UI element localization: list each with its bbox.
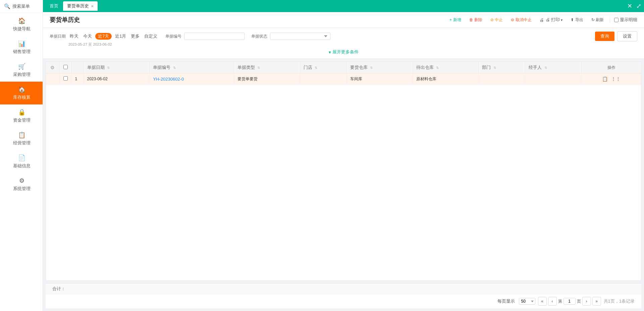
add-button[interactable]: + 新增: [447, 16, 463, 24]
doc-status-select[interactable]: [270, 33, 330, 40]
prev-page-button[interactable]: ‹: [548, 297, 557, 306]
page-title: 要货单历史: [50, 16, 80, 24]
display-detail-label: 显示明细: [620, 17, 637, 23]
expand-icon: ▾: [329, 50, 331, 55]
sidebar-item-inventory[interactable]: 🏠 库存核算: [0, 82, 43, 104]
th-req-warehouse[interactable]: 要货仓库 ⇅: [346, 62, 413, 74]
sidebar-item-purchase[interactable]: 🛒 采购管理: [0, 59, 43, 82]
next-page-button[interactable]: ›: [582, 297, 591, 306]
content-area: 要货单历史 + 新增 🗑 删除 ⊘ 中止 ⊘ 取消中止 🖨 🖨 打印 ▾ ⬆ 导…: [43, 12, 644, 311]
date-range-text: 2023-05-27 至 2023-06-02: [68, 42, 637, 47]
th-checkbox[interactable]: [59, 62, 71, 74]
th-doc-date[interactable]: 单据日期 ⇅: [84, 62, 150, 74]
main-area: 首页 要货单历史 ✕ ✕ ⤢ 要货单历史 + 新增 🗑 删除 ⊘ 中止 ⊘ 取消…: [43, 0, 644, 311]
table-header-row: ⚙ 单据日期 ⇅ 单据编号 ⇅: [46, 62, 641, 74]
doc-number-link[interactable]: YH-20230602-0: [153, 77, 184, 82]
sort-icon-pending-wh: ⇅: [436, 66, 439, 70]
sidebar-item-basic-info[interactable]: 📄 基础信息: [0, 150, 43, 173]
refresh-button[interactable]: ↻ 刷新: [589, 16, 606, 24]
page-size-label: 每页显示: [497, 298, 515, 304]
doc-status-label: 单据状态: [251, 34, 267, 39]
td-doc-number[interactable]: YH-20230602-0: [150, 74, 234, 85]
settings-button[interactable]: 设置: [617, 31, 637, 41]
filter-bar: 单据日期 昨天 今天 近7天 近1月 更多 自定义 单据编号: [43, 28, 644, 59]
expand-more-button[interactable]: ▾ 展开更多条件: [50, 49, 637, 55]
sidebar-item-finance[interactable]: 🔒 资金管理: [0, 104, 43, 127]
sidebar-item-quick-nav[interactable]: 🏠 快捷导航: [0, 13, 43, 36]
date-shortcut-1month[interactable]: 近1月: [114, 33, 127, 40]
system-icon: ⚙: [19, 177, 24, 184]
date-filter-field: 单据日期 昨天 今天 近7天 近1月 更多 自定义: [50, 33, 159, 40]
tab-bar-actions: ✕ ⤢: [627, 2, 641, 10]
th-doc-type[interactable]: 单据类型 ⇅: [234, 62, 300, 74]
settings-gear-icon[interactable]: ⚙: [50, 65, 55, 70]
td-doc-date: 2023-06-02: [84, 74, 150, 85]
row-more-icon[interactable]: ⋮⋮: [610, 76, 621, 82]
tab-close-icon[interactable]: ✕: [91, 4, 94, 8]
th-store[interactable]: 门店 ⇅: [300, 62, 346, 74]
sidebar-item-system[interactable]: ⚙ 系统管理: [0, 173, 43, 196]
row-checkbox[interactable]: [63, 76, 68, 81]
first-page-button[interactable]: «: [538, 297, 547, 306]
page-header: 要货单历史 + 新增 🗑 删除 ⊘ 中止 ⊘ 取消中止 🖨 🖨 打印 ▾ ⬆ 导…: [43, 12, 644, 28]
row-actions: 📋 ⋮⋮: [585, 76, 638, 82]
td-index: 1: [71, 74, 84, 85]
search-icon: 🔍: [4, 3, 10, 9]
date-shortcut-custom[interactable]: 自定义: [143, 33, 159, 40]
pagination-bar: 每页显示 50 20 100 200 « ‹ 第 页 › » 共1页，1条记录: [46, 294, 641, 308]
total-records: 共1页，1条记录: [604, 298, 635, 304]
select-all-checkbox[interactable]: [63, 65, 68, 69]
table-footer: 合计：: [46, 283, 641, 294]
delete-button[interactable]: 🗑 删除: [467, 16, 484, 24]
tab-requisition-history[interactable]: 要货单历史 ✕: [63, 1, 98, 11]
th-doc-number[interactable]: 单据编号 ⇅: [150, 62, 234, 74]
page-number-input[interactable]: [564, 298, 576, 305]
date-shortcut-today[interactable]: 今天: [82, 33, 93, 40]
display-detail-checkbox[interactable]: [614, 18, 619, 22]
td-operation: 📋 ⋮⋮: [582, 74, 641, 85]
last-page-button[interactable]: »: [592, 297, 601, 306]
cancel-stop-button[interactable]: ⊘ 取消中止: [509, 16, 533, 24]
sidebar-item-sales[interactable]: 📊 销售管理: [0, 36, 43, 59]
window-close-icon[interactable]: ✕: [627, 2, 632, 10]
sidebar-item-label: 销售管理: [13, 49, 31, 55]
query-button[interactable]: 查询: [595, 32, 614, 41]
inventory-icon: 🏠: [18, 86, 25, 93]
tab-home-label: 首页: [50, 3, 58, 9]
expand-more-label: 展开更多条件: [332, 49, 359, 55]
sidebar-search[interactable]: 🔍 搜索菜单: [0, 0, 43, 13]
page-size-select[interactable]: 50 20 100 200: [519, 298, 535, 305]
th-pending-warehouse[interactable]: 待出仓库 ⇅: [413, 62, 479, 74]
export-button[interactable]: ⬆ 导出: [569, 16, 585, 24]
th-handler[interactable]: 经手人 ⇅: [525, 62, 582, 74]
stop-button[interactable]: ⊘ 中止: [488, 16, 505, 24]
sidebar-item-operation[interactable]: 📋 经营管理: [0, 127, 43, 150]
date-shortcut-yesterday[interactable]: 昨天: [68, 33, 80, 40]
th-settings[interactable]: ⚙: [46, 62, 59, 74]
sort-icon-date: ⇅: [107, 66, 110, 70]
td-department: [479, 74, 525, 85]
tab-home[interactable]: 首页: [46, 1, 62, 11]
data-table: ⚙ 单据日期 ⇅ 单据编号 ⇅: [46, 62, 641, 85]
th-department[interactable]: 部门 ⇅: [479, 62, 525, 74]
sidebar-item-label: 采购管理: [13, 72, 31, 78]
toolbar-divider: [610, 17, 610, 23]
print-dropdown-icon: ▾: [561, 18, 562, 22]
sort-icon-dept: ⇅: [493, 66, 496, 70]
td-checkbox[interactable]: [59, 74, 71, 85]
doc-number-input[interactable]: [184, 33, 245, 40]
th-operation: 操作: [582, 62, 641, 74]
print-icon: 🖨: [540, 17, 544, 23]
date-shortcut-7days[interactable]: 近7天: [95, 33, 112, 40]
sort-icon-store: ⇅: [315, 66, 317, 70]
sidebar-item-label: 快捷导航: [13, 26, 31, 32]
doc-status-filter-field: 单据状态: [251, 33, 330, 40]
operation-icon: 📋: [18, 131, 25, 139]
window-resize-icon[interactable]: ⤢: [636, 2, 641, 10]
date-shortcut-more[interactable]: 更多: [129, 33, 141, 40]
print-button[interactable]: 🖨 🖨 打印 ▾: [538, 15, 565, 24]
display-detail-toggle[interactable]: 显示明细: [614, 17, 637, 23]
td-pending-warehouse: 原材料仓库: [413, 74, 479, 85]
row-edit-icon[interactable]: 📋: [601, 76, 608, 82]
td-doc-type: 要货单要货: [234, 74, 300, 85]
